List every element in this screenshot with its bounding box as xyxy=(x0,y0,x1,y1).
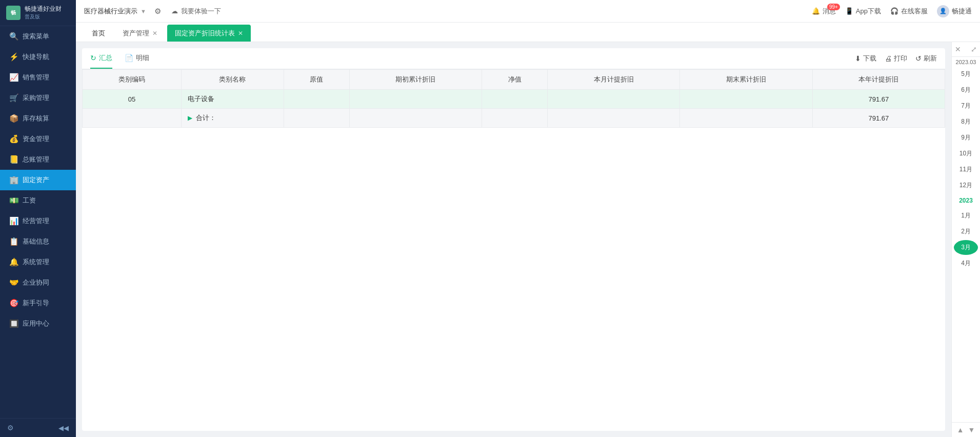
cell-original-value xyxy=(284,90,349,109)
experience-button[interactable]: ☁ 我要体验一下 xyxy=(171,7,221,16)
date-panel-close-icon[interactable]: ✕ xyxy=(955,45,961,53)
date-month[interactable]: 7月 xyxy=(954,98,978,113)
date-nav-up-icon[interactable]: ▲ xyxy=(957,426,964,434)
date-month[interactable]: 10月 xyxy=(954,146,978,161)
company-selector[interactable]: 医疗器械行业演示 ▼ xyxy=(84,7,146,16)
sidebar-item-purchase[interactable]: 🛒采购管理 xyxy=(0,88,76,108)
notifications-action[interactable]: 🔔 消息 99+ xyxy=(812,7,836,16)
col-code: 类别编码 xyxy=(83,70,182,90)
header-settings-icon[interactable]: ⚙ xyxy=(154,7,161,16)
inventory-icon: 📦 xyxy=(9,114,18,123)
headset-icon: 🎧 xyxy=(890,7,898,15)
table-header-row: 类别编码 类别名称 原值 期初累计折旧 净值 本月计提折旧 期末累计折旧 本年计… xyxy=(83,70,945,90)
sidebar-item-label: 企业协同 xyxy=(23,278,49,287)
date-month[interactable]: 1月 xyxy=(954,208,978,223)
purchase-icon: 🛒 xyxy=(9,93,18,103)
online-support-action[interactable]: 🎧 在线客服 xyxy=(890,7,928,16)
sidebar-item-payroll[interactable]: 💵工资 xyxy=(0,190,76,211)
date-panel-expand-icon[interactable]: ⤢ xyxy=(971,45,977,53)
tab-depreciation[interactable]: 固定资产折旧统计表 ✕ xyxy=(167,25,251,42)
date-month[interactable]: 12月 xyxy=(954,178,978,193)
sidebar-item-label: 经营管理 xyxy=(23,216,49,226)
cell-initial-accumulated xyxy=(349,90,482,109)
sidebar-item-search[interactable]: 🔍搜索菜单 xyxy=(0,26,76,47)
tab-depreciation-close[interactable]: ✕ xyxy=(238,30,243,37)
sidebar-item-label: 固定资产 xyxy=(23,175,49,185)
sidebar-item-label: 总账管理 xyxy=(23,155,49,164)
date-nav-down-icon[interactable]: ▼ xyxy=(968,426,975,434)
avatar: 👤 xyxy=(937,5,949,17)
summary-icon: ↻ xyxy=(90,54,96,62)
top-header: 医疗器械行业演示 ▼ ⚙ ☁ 我要体验一下 🔔 消息 99+ 📱 App下载 🎧… xyxy=(76,0,980,23)
sidebar-item-system[interactable]: 🔔系统管理 xyxy=(0,252,76,272)
sub-tab-bar: ↻ 汇总 📄 明细 ⬇ 下载 🖨 打印 xyxy=(82,48,945,69)
sidebar-item-label: 销售管理 xyxy=(23,73,49,82)
table-row: 05 电子设备 791.67 xyxy=(83,90,945,109)
search-icon: 🔍 xyxy=(9,32,18,41)
date-year-above: 2023.03 xyxy=(952,57,980,66)
collapse-icon[interactable]: ◀◀ xyxy=(58,424,69,432)
sidebar-item-quick-nav[interactable]: ⚡快捷导航 xyxy=(0,47,76,67)
sidebar-item-inventory[interactable]: 📦库存核算 xyxy=(0,108,76,129)
basic-info-icon: 📋 xyxy=(9,237,18,246)
sidebar-bottom: ⚙ ◀◀ xyxy=(0,418,76,437)
download-button[interactable]: ⬇ 下载 xyxy=(855,54,876,63)
sidebar-item-sales[interactable]: 📈销售管理 xyxy=(0,67,76,88)
date-month[interactable]: 4月 xyxy=(954,256,978,271)
sub-tab-summary[interactable]: ↻ 汇总 xyxy=(90,53,112,69)
sidebar-item-app-center[interactable]: 🔲应用中心 xyxy=(0,313,76,334)
sidebar-item-basic-info[interactable]: 📋基础信息 xyxy=(0,231,76,252)
sidebar-item-label: 新手引导 xyxy=(23,299,49,308)
date-month[interactable]: 5月 xyxy=(954,67,978,82)
sidebar-item-label: 应用中心 xyxy=(23,319,49,328)
sidebar-item-label: 快捷导航 xyxy=(23,52,49,62)
table-total-row: ▶ 合计： 791.67 xyxy=(83,109,945,128)
date-month[interactable]: 3月 xyxy=(954,240,978,255)
date-month[interactable]: 6月 xyxy=(954,83,978,97)
sidebar-logo: 畅 畅捷通好业财 普及版 xyxy=(0,0,76,26)
app-download-action[interactable]: 📱 App下载 xyxy=(845,7,881,16)
sidebar-item-funds[interactable]: 💰资金管理 xyxy=(0,129,76,149)
date-month[interactable]: 9月 xyxy=(954,130,978,145)
sidebar-item-fixed-assets[interactable]: 🏢固定资产 xyxy=(0,170,76,190)
depreciation-table: 类别编码 类别名称 原值 期初累计折旧 净值 本月计提折旧 期末累计折旧 本年计… xyxy=(82,69,945,128)
date-year-marker: 2023 xyxy=(954,194,978,207)
app-center-icon: 🔲 xyxy=(9,319,18,328)
sidebar-item-label: 采购管理 xyxy=(23,93,49,103)
sidebar-item-guide[interactable]: 🎯新手引导 xyxy=(0,293,76,313)
print-button[interactable]: 🖨 打印 xyxy=(885,54,907,63)
sidebar-item-label: 资金管理 xyxy=(23,134,49,144)
quick-nav-icon: ⚡ xyxy=(9,52,18,62)
sidebar-item-collaboration[interactable]: 🤝企业协同 xyxy=(0,272,76,293)
user-action[interactable]: 👤 畅捷通 xyxy=(937,5,972,17)
download-icon: ⬇ xyxy=(855,54,861,63)
system-icon: 🔔 xyxy=(9,257,18,267)
col-original-value: 原值 xyxy=(284,70,349,90)
date-month[interactable]: 11月 xyxy=(954,162,978,177)
toolbar: ⬇ 下载 🖨 打印 ↺ 刷新 xyxy=(855,54,937,68)
date-panel-header: ✕ ⤢ xyxy=(952,42,980,57)
app-logo-text: 畅捷通好业财 普及版 xyxy=(25,5,62,21)
sales-icon: 📈 xyxy=(9,73,18,82)
sidebar-nav: 🔍搜索菜单⚡快捷导航📈销售管理🛒采购管理📦库存核算💰资金管理📒总账管理🏢固定资产… xyxy=(0,26,76,418)
date-month[interactable]: 2月 xyxy=(954,224,978,239)
app-logo-icon: 畅 xyxy=(6,6,21,20)
tab-home[interactable]: 首页 xyxy=(84,25,113,42)
total-label-cell xyxy=(83,109,182,128)
sidebar-item-ledger[interactable]: 📒总账管理 xyxy=(0,149,76,170)
date-month[interactable]: 8月 xyxy=(954,114,978,129)
col-monthly-depreciation: 本月计提折旧 xyxy=(547,70,679,90)
date-panel-scroll: 2023.035月6月7月8月9月10月11月12月20231月2月3月4月 xyxy=(952,57,980,422)
refresh-button[interactable]: ↺ 刷新 xyxy=(915,54,937,63)
sub-tab-detail[interactable]: 📄 明细 xyxy=(125,53,149,69)
fixed-assets-icon: 🏢 xyxy=(9,175,18,185)
date-panel: ✕ ⤢ 2023.035月6月7月8月9月10月11月12月20231月2月3月… xyxy=(951,42,980,437)
sidebar: 畅 畅捷通好业财 普及版 🔍搜索菜单⚡快捷导航📈销售管理🛒采购管理📦库存核算💰资… xyxy=(0,0,76,437)
sidebar-item-operations[interactable]: 📊经营管理 xyxy=(0,211,76,231)
total-initial-accumulated xyxy=(349,109,482,128)
refresh-icon: ↺ xyxy=(915,54,922,63)
settings-icon[interactable]: ⚙ xyxy=(7,424,14,432)
sidebar-item-label: 系统管理 xyxy=(23,257,49,267)
tab-asset-mgmt-close[interactable]: ✕ xyxy=(152,30,157,37)
tab-asset-mgmt[interactable]: 资产管理 ✕ xyxy=(115,25,165,42)
